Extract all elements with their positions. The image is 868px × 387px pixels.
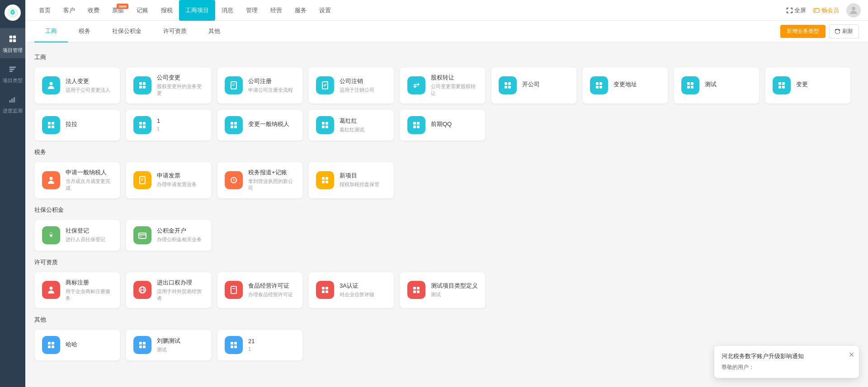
- social-register-icon: [42, 226, 60, 244]
- notification-close-button[interactable]: ✕: [849, 350, 854, 359]
- card-apply-invoice[interactable]: 申请发票 办理申请发票业务: [126, 162, 212, 199]
- card-liupeng-test[interactable]: 刘鹏测试 测试: [126, 329, 212, 361]
- svg-point-16: [50, 82, 53, 85]
- card-company-change[interactable]: 公司变更 股权变更外的业务变更: [126, 67, 212, 104]
- svg-rect-63: [141, 178, 144, 179]
- svg-rect-64: [141, 180, 143, 181]
- section-title-license: 许可资质: [34, 258, 859, 266]
- svg-rect-50: [234, 122, 237, 125]
- nav-industry[interactable]: 工商项目: [179, 0, 215, 21]
- svg-rect-2: [13, 36, 16, 38]
- svg-rect-22: [232, 84, 235, 84]
- card-change[interactable]: 变更: [765, 67, 851, 104]
- svg-rect-87: [417, 290, 420, 293]
- card-food-license[interactable]: 食品经营许可证 办理食品经营许可证: [217, 272, 303, 309]
- svg-rect-18: [143, 82, 146, 85]
- svg-rect-57: [413, 122, 416, 125]
- sidebar-item-project-manage[interactable]: 项目管理: [0, 28, 25, 58]
- card-company-cancel[interactable]: 公司注销 适用于注销公司: [308, 67, 394, 104]
- card-pre-qq[interactable]: 前期QQ: [400, 109, 486, 141]
- svg-rect-39: [778, 86, 781, 89]
- card-legal-change[interactable]: 法人变更 适用于公司变更法人: [34, 67, 120, 104]
- card-fund-open[interactable]: 公积金开户 办理公积金相关业务: [126, 219, 212, 251]
- card-num21[interactable]: 21 1: [217, 329, 303, 361]
- svg-rect-67: [326, 177, 328, 180]
- svg-rect-6: [9, 69, 14, 70]
- svg-rect-35: [687, 86, 690, 89]
- tab-social[interactable]: 社保公积金: [101, 21, 152, 42]
- nav-settings[interactable]: 设置: [313, 0, 337, 21]
- logo[interactable]: [5, 5, 21, 21]
- card-lala[interactable]: 拉拉: [34, 109, 120, 141]
- card-open-company[interactable]: 开公司: [491, 67, 577, 104]
- nav-billing[interactable]: 收费: [81, 0, 106, 21]
- card-apply-taxpayer[interactable]: 申请一般纳税人 当月或次月成变更完成: [34, 162, 120, 199]
- card-trademark[interactable]: 商标注册 用于企业商标注册服务: [34, 272, 120, 309]
- card-test[interactable]: 测试: [674, 67, 760, 104]
- company-register-icon: [225, 76, 243, 94]
- svg-rect-40: [782, 86, 785, 89]
- nav-service[interactable]: 服务: [288, 0, 313, 21]
- svg-rect-71: [139, 233, 146, 238]
- svg-rect-86: [413, 290, 416, 293]
- svg-rect-82: [322, 290, 325, 293]
- svg-rect-99: [234, 345, 237, 348]
- nav-home[interactable]: 首页: [33, 0, 57, 21]
- sidebar-item-progress-monitor[interactable]: 进度监测: [0, 89, 25, 119]
- svg-rect-11: [15, 96, 16, 103]
- svg-rect-89: [52, 342, 54, 345]
- card-company-register[interactable]: 公司注册 申请公司注册全流程: [217, 67, 303, 104]
- chart-icon: [6, 93, 19, 106]
- svg-rect-37: [778, 82, 781, 85]
- apply-taxpayer-icon: [42, 171, 60, 189]
- import-export-icon: [133, 281, 151, 299]
- card-equity-transfer[interactable]: 股权转让 公司变更需要股权转让: [400, 67, 486, 104]
- legal-change-icon: [42, 76, 60, 94]
- company-cancel-icon: [316, 76, 334, 94]
- tabs-actions: 新增业务类型 刷新: [780, 24, 859, 38]
- tax-bookkeeping-icon: [225, 171, 243, 189]
- sidebar-item-project-type[interactable]: 项目类型: [0, 58, 25, 89]
- svg-rect-48: [143, 126, 146, 128]
- svg-rect-1: [9, 36, 12, 38]
- nav-invoice[interactable]: 票据 new: [106, 0, 130, 21]
- nav-message[interactable]: 消息: [215, 0, 240, 21]
- card-tax-bookkeeping[interactable]: 税务报道+记账 拿到营业执照的新公司: [217, 162, 303, 199]
- section-title-industry: 工商: [34, 53, 859, 61]
- avatar[interactable]: [846, 3, 861, 18]
- tab-industry[interactable]: 工商: [34, 21, 68, 42]
- main-content: 工商 税务 社保公积金 许可资质 其他 新增业务类型 刷新 工商 法人变更: [25, 21, 868, 375]
- tab-tax[interactable]: 税务: [68, 21, 101, 42]
- nav-tax[interactable]: 报税: [155, 0, 179, 21]
- new-badge: new: [117, 4, 128, 9]
- card-test-type-def[interactable]: 测试项目类型定义 测试: [400, 272, 486, 309]
- nav-manage[interactable]: 管理: [240, 0, 264, 21]
- card-social-register[interactable]: 社保登记 进行人员社保登记: [34, 219, 120, 251]
- sidebar-item-label: 进度监测: [3, 107, 23, 114]
- member-button[interactable]: 畅会员: [813, 6, 839, 14]
- svg-rect-84: [413, 287, 416, 289]
- new-type-button[interactable]: 新增业务类型: [780, 25, 826, 38]
- tab-other[interactable]: 其他: [198, 21, 231, 42]
- fullscreen-button[interactable]: 全屏: [786, 6, 806, 14]
- legal-change-text: 法人变更 适用于公司变更法人: [66, 77, 113, 93]
- card-3a[interactable]: 3A认证 对企业信誉评级: [308, 272, 394, 309]
- svg-point-61: [50, 177, 53, 180]
- card-change-taxpayer[interactable]: 变更一般纳税人: [217, 109, 303, 141]
- card-num1[interactable]: 1 1: [126, 109, 212, 141]
- card-haha[interactable]: 哈哈: [34, 329, 120, 361]
- card-new-project[interactable]: 新项目 报税加税控盘保管: [308, 162, 394, 199]
- nav-customer[interactable]: 客户: [57, 0, 81, 21]
- card-change-address[interactable]: 变更地址: [582, 67, 668, 104]
- svg-rect-14: [815, 10, 816, 11]
- svg-rect-13: [815, 9, 816, 10]
- tab-license[interactable]: 许可资质: [152, 21, 198, 42]
- svg-rect-19: [139, 86, 142, 89]
- card-import-export[interactable]: 进出口权办理 适用于对外贸易经营者: [126, 272, 212, 309]
- card-gehonghong[interactable]: 葛红红 葛红红测试: [308, 109, 394, 141]
- nav-operation[interactable]: 经营: [264, 0, 288, 21]
- nav-accounting[interactable]: 记账: [130, 0, 155, 21]
- svg-rect-52: [234, 126, 237, 128]
- svg-rect-17: [139, 82, 142, 85]
- refresh-button[interactable]: 刷新: [829, 24, 859, 38]
